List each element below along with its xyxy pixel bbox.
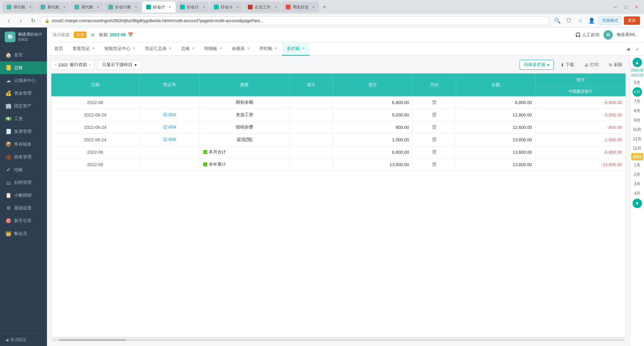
consult-button[interactable]: 🎧 人工咨询 (575, 32, 599, 38)
cal-month-5[interactable]: 5月 (631, 78, 643, 87)
refresh-button[interactable]: ↻ 刷新 (605, 60, 626, 69)
tab-close-8[interactable]: ✕ (274, 5, 277, 9)
tab-home[interactable]: 首页 (50, 42, 68, 56)
sidebar-item-guide[interactable]: 🎯 新手引导 (0, 214, 47, 227)
tab-close-4[interactable]: ✕ (135, 5, 138, 9)
tab-close-chronological[interactable]: ✕ (274, 46, 277, 51)
browser-tab-7[interactable]: 好会计 ✕ (210, 2, 243, 12)
cal-month-2023-3[interactable]: 3月 (631, 179, 643, 189)
tab-general-ledger[interactable]: 总账 ✕ (176, 42, 200, 56)
sidebar-item-invoice[interactable]: 🧾 发票管理 (0, 125, 47, 138)
cal-month-2023-4[interactable]: 4月 (631, 189, 643, 198)
cal-month-8[interactable]: 8月 (631, 106, 643, 115)
calendar-up-button[interactable]: ▲ (633, 58, 642, 67)
prev-subject-button[interactable]: ‹ (55, 62, 56, 67)
special-ledger-button[interactable]: 特殊多栏账 ▾ (520, 60, 554, 70)
new-tab-button[interactable]: + (320, 2, 329, 12)
profile-button[interactable]: 👤 (587, 16, 596, 26)
app-layout: 畅 畅捷通好会计 旗舰版 🏠 首页 📒 总账 ☁ 云报表中心 💰 资金管理 (0, 28, 644, 346)
tab-close-1[interactable]: ✕ (29, 5, 32, 9)
bookmark-button[interactable]: ☆ (576, 16, 585, 26)
sidebar-item-inventory[interactable]: 📦 库存核算 (0, 138, 47, 151)
browser-tab-5[interactable]: 好会计 ✕ (142, 2, 175, 12)
extension-button[interactable]: 🛡 (564, 16, 574, 26)
tab-close-multi-column[interactable]: ✕ (302, 46, 305, 51)
row-voucher-2[interactable]: 记-004 (139, 121, 200, 134)
tab-close-9[interactable]: ✕ (312, 5, 315, 9)
expand-panel-button[interactable]: ⤢ (633, 45, 641, 53)
row-voucher-3[interactable]: 记-006 (139, 134, 200, 146)
sidebar-item-expense[interactable]: 📋 小畅报销 (0, 189, 47, 202)
browser-tab-1[interactable]: 易代账 ✕ (3, 2, 36, 12)
show-sub-toggle[interactable]: 只显示下级科目 ▾ (98, 60, 141, 69)
cal-month-2023-2[interactable]: 2月 (631, 170, 643, 179)
row-voucher-4 (139, 146, 200, 158)
sidebar-item-general-ledger[interactable]: 📒 总账 (0, 61, 47, 74)
print-button[interactable]: 🖨 打印 (581, 60, 602, 69)
scroll-track[interactable] (52, 339, 625, 341)
tab-view-voucher[interactable]: 查看凭证 ✕ (68, 42, 100, 56)
tab-close-5[interactable]: ✕ (168, 5, 171, 9)
minimize-button[interactable]: ─ (610, 2, 620, 12)
tab-close-detail-ledger[interactable]: ✕ (219, 46, 222, 51)
sidebar-item-payroll[interactable]: 💵 工资 (0, 112, 47, 125)
tab-balance-sheet[interactable]: 余额表 ✕ (227, 42, 255, 56)
sidebar-item-fund[interactable]: 💰 资金管理 (0, 87, 47, 100)
browser-tab-4[interactable]: 好会计账 ✕ (104, 2, 142, 12)
calendar-down-button[interactable]: ▼ (633, 199, 642, 208)
tab-close-2[interactable]: ✕ (63, 5, 66, 9)
tab-close-6[interactable]: ✕ (202, 5, 205, 9)
row-summary-4: ▪ 本月合计 (200, 146, 289, 158)
next-subject-button[interactable]: › (89, 62, 91, 67)
refresh-nav-button[interactable]: ↻ (28, 16, 38, 26)
cancel-fixed-button[interactable]: ◀ 取消固定 (0, 333, 47, 346)
cal-month-10[interactable]: 10月 (631, 125, 643, 134)
tab-close-balance-sheet[interactable]: ✕ (247, 46, 250, 51)
maximize-button[interactable]: □ (621, 2, 631, 12)
tab-close-smart-voucher[interactable]: ✕ (132, 46, 136, 51)
row-voucher-1[interactable]: 记-002 (139, 109, 200, 121)
tab-close-view-voucher[interactable]: ✕ (92, 46, 95, 51)
tab-chronological[interactable]: 序时账 ✕ (255, 42, 282, 56)
sidebar-item-settings[interactable]: ⚙ 基础设置 (0, 202, 47, 214)
incognito-mode-button[interactable]: 无痕模式 (598, 16, 622, 25)
tab-smart-voucher[interactable]: 智能凭证中心 ✕ (100, 42, 140, 56)
browser-tab-8[interactable]: 企业工作 ✕ (244, 2, 281, 12)
cal-month-6[interactable]: 6月 (633, 87, 642, 97)
tab-close-7[interactable]: ✕ (236, 5, 239, 9)
sidebar-item-membership[interactable]: 👑 畅会员 (0, 227, 47, 240)
browser-update-button[interactable]: 更新 (624, 16, 640, 25)
browser-tab-6[interactable]: 好会计 ✕ (176, 2, 209, 12)
sidebar-item-home[interactable]: 🏠 首页 (0, 49, 47, 61)
forward-button[interactable]: › (16, 16, 25, 26)
browser-tab-2[interactable]: 易代账 ✕ (37, 2, 70, 12)
calendar-icon[interactable]: 📅 (128, 32, 133, 37)
horizontal-scrollbar[interactable] (51, 337, 626, 342)
sidebar-item-close-account[interactable]: ✔ 结账 (0, 163, 47, 176)
browser-tab-9[interactable]: 用友好业 ✕ (282, 2, 319, 12)
tab-detail-ledger[interactable]: 明细账 ✕ (200, 42, 227, 56)
tab-close-general-ledger[interactable]: ✕ (192, 46, 195, 51)
sidebar-item-archive[interactable]: 🗂 归档管理 (0, 176, 47, 189)
sidebar-item-fixed-assets[interactable]: 🏢 固定资产 (0, 100, 47, 112)
sidebar-item-tax[interactable]: 💼 税务管理 (0, 151, 47, 163)
download-button[interactable]: ⬇ 下载 (557, 60, 578, 69)
browser-tab-3[interactable]: 易代账 ✕ (70, 2, 104, 12)
collapse-panel-button[interactable]: ◀ (624, 45, 632, 53)
settings-gear-icon[interactable]: ⚙ (91, 32, 95, 38)
cal-month-7[interactable]: 7月 (631, 97, 643, 106)
tab-close-3[interactable]: ✕ (97, 5, 100, 9)
cal-month-11[interactable]: 11月 (631, 134, 643, 144)
tab-close-voucher-summary[interactable]: ✕ (169, 46, 172, 51)
sidebar-item-cloud-report[interactable]: ☁ 云报表中心 (0, 74, 47, 87)
search-button[interactable]: 🔍 (553, 16, 562, 26)
tab-voucher-summary[interactable]: 凭证汇总表 ✕ (140, 42, 176, 56)
cal-month-9[interactable]: 9月 (631, 115, 643, 125)
scroll-thumb[interactable] (59, 339, 126, 341)
cal-month-12[interactable]: 12月 (631, 144, 643, 153)
tab-multi-column[interactable]: 多栏账 ✕ (282, 42, 310, 56)
close-button[interactable]: ✕ (632, 2, 641, 12)
back-button[interactable]: ‹ (4, 16, 13, 26)
cal-month-2023-1[interactable]: 1月 (631, 160, 643, 170)
url-input[interactable]: 🔒 cloud2.chanjet.com/accounting/uh26t264… (40, 16, 550, 26)
